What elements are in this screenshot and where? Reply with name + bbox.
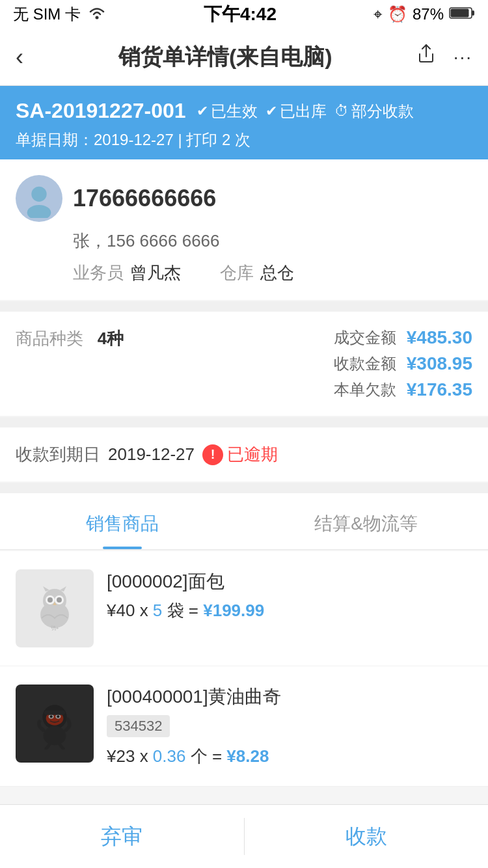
confirm-button[interactable]: 收款: [245, 805, 489, 868]
product-image-1: 鸮+: [16, 569, 94, 647]
separator-3: [0, 483, 488, 493]
cancel-button[interactable]: 弃审: [0, 805, 244, 868]
svg-point-0: [96, 16, 99, 20]
svg-text:鸮+: 鸮+: [51, 625, 59, 631]
due-label: 收款到期日: [16, 443, 100, 466]
tab-settlement[interactable]: 结算&物流等: [244, 493, 488, 549]
svg-point-21: [57, 715, 59, 718]
product-types-item: 商品种类 4种: [16, 327, 124, 350]
status-badge-effective: ✔ 已生效: [197, 101, 258, 122]
product-tag-2: 534532: [107, 715, 170, 737]
svg-rect-2: [472, 10, 474, 16]
nav-bar: ‹ 销货单详情(来自电脑) ···: [0, 29, 488, 86]
avatar: [16, 175, 62, 222]
svg-point-23: [44, 726, 66, 745]
order-header-banner: SA-20191227-001 ✔ 已生效 ✔ 已出库 ⏱ 部分收款 单据日期：…: [0, 86, 488, 159]
svg-point-4: [31, 187, 46, 202]
warehouse-name: 总仓: [260, 262, 294, 284]
debt-amount: ¥176.35: [407, 379, 472, 400]
deal-amount-row: 成交金额 ¥485.30: [334, 327, 472, 348]
overdue-icon: !: [202, 444, 223, 465]
status-badges: ✔ 已生效 ✔ 已出库 ⏱ 部分收款: [197, 101, 414, 122]
sim-status: 无 SIM 卡: [13, 4, 81, 25]
due-date-value: 2019-12-27: [108, 444, 195, 465]
separator-1: [0, 301, 488, 312]
deal-amount: ¥485.30: [407, 327, 472, 348]
status-bar: 无 SIM 卡 下午4:42 ⌖ ⏰ 87%: [0, 0, 488, 29]
summary-left: 商品种类 4种: [16, 327, 124, 354]
product-info-2: [000400001]黄油曲奇 534532 ¥23 x 0.36 个 = ¥8…: [107, 685, 472, 768]
tab-products[interactable]: 销售商品: [0, 493, 244, 549]
summary-right: 成交金额 ¥485.30 收款金额 ¥308.95 本单欠款 ¥176.35: [334, 327, 472, 400]
wifi-icon: [87, 5, 107, 23]
share-icon[interactable]: [414, 42, 438, 72]
warehouse-label: 仓库: [220, 262, 254, 284]
product-price-1: ¥40 x 5 袋 = ¥199.99: [107, 599, 472, 622]
product-types-count: 4种: [98, 329, 124, 348]
product-list: 鸮+ [0000002]面包 ¥40 x 5 袋 = ¥199.99: [0, 551, 488, 787]
deal-amount-label: 成交金额: [334, 327, 396, 348]
svg-point-5: [27, 205, 51, 218]
status-badge-partial: ⏱ 部分收款: [334, 101, 414, 122]
received-label: 收款金额: [334, 353, 396, 374]
customer-section: 17666666666 张，156 6666 6666 业务员 曾凡杰 仓库 总…: [0, 159, 488, 300]
svg-rect-22: [44, 711, 65, 715]
separator-2: [0, 417, 488, 427]
order-date: 单据日期：2019-12-27 | 打印 2 次: [16, 129, 472, 150]
product-price-2: ¥23 x 0.36 个 = ¥8.28: [107, 745, 472, 768]
sales-name: 曾凡杰: [130, 262, 181, 284]
customer-meta: 业务员 曾凡杰 仓库 总仓: [16, 262, 472, 284]
tabs-bar: 销售商品 结算&物流等: [0, 493, 488, 550]
overdue-text: 已逾期: [227, 443, 278, 466]
status-bar-left: 无 SIM 卡: [13, 4, 107, 25]
product-name-2: [000400001]黄油曲奇: [107, 685, 472, 709]
status-bar-time: 下午4:42: [204, 2, 277, 27]
svg-rect-3: [450, 9, 468, 18]
debt-label: 本单欠款: [334, 379, 396, 400]
location-icon: ⌖: [373, 5, 383, 23]
received-amount: ¥308.95: [407, 353, 472, 374]
customer-phone: 17666666666: [73, 185, 216, 212]
back-button[interactable]: ‹: [16, 44, 23, 71]
overdue-badge: ! 已逾期: [202, 443, 278, 466]
product-name-1: [0000002]面包: [107, 569, 472, 594]
product-item: 鸮+ [0000002]面包 ¥40 x 5 袋 = ¥199.99: [0, 551, 488, 666]
status-badge-shipped: ✔ 已出库: [265, 101, 327, 122]
product-image-2: [16, 685, 94, 763]
customer-name: 张，156 6666 6666: [16, 230, 472, 252]
product-info-1: [0000002]面包 ¥40 x 5 袋 = ¥199.99: [107, 569, 472, 622]
page-title: 销货单详情(来自电脑): [36, 42, 414, 72]
summary-section: 商品种类 4种 成交金额 ¥485.30 收款金额 ¥308.95 本单欠款 ¥…: [0, 312, 488, 416]
bottom-bar: 弃审 收款: [0, 804, 488, 868]
tabs-section: 销售商品 结算&物流等: [0, 493, 488, 550]
svg-point-10: [47, 597, 53, 603]
product-item-2: [000400001]黄油曲奇 534532 ¥23 x 0.36 个 = ¥8…: [0, 666, 488, 787]
more-icon[interactable]: ···: [454, 47, 472, 68]
sales-label: 业务员: [73, 262, 124, 284]
debt-amount-row: 本单欠款 ¥176.35: [334, 379, 472, 400]
status-bar-right: ⌖ ⏰ 87%: [373, 5, 475, 23]
battery-level: 87%: [413, 5, 444, 23]
received-amount-row: 收款金额 ¥308.95: [334, 353, 472, 374]
due-date-section: 收款到期日 2019-12-27 ! 已逾期: [0, 427, 488, 481]
svg-point-11: [57, 597, 62, 603]
product-types-label: 商品种类: [16, 329, 83, 348]
order-id: SA-20191227-001: [16, 99, 186, 123]
nav-actions: ···: [414, 42, 472, 72]
battery-icon: [449, 5, 475, 23]
alarm-icon: ⏰: [388, 5, 407, 23]
svg-point-20: [50, 715, 53, 718]
